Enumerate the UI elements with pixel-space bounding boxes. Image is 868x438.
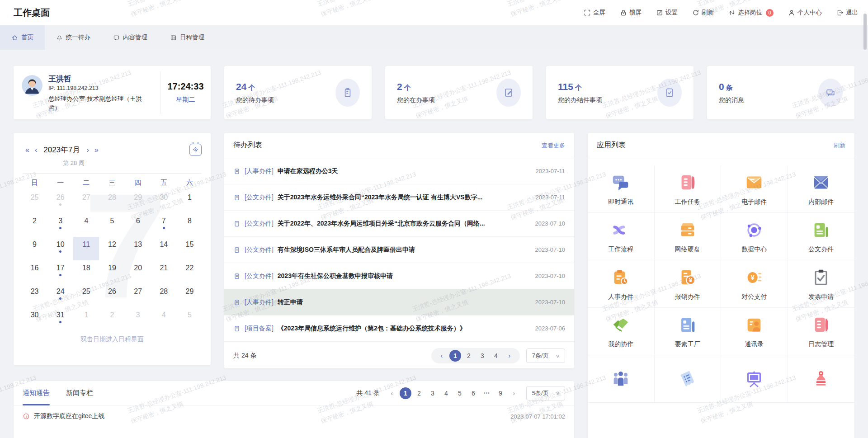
header-action-select-post[interactable]: 选择岗位0 <box>728 9 774 17</box>
pager-ellipsis[interactable]: ••• <box>481 387 493 399</box>
calendar-day[interactable]: 1 <box>177 190 203 213</box>
calendar-day[interactable]: 8 <box>177 213 203 237</box>
calendar-day[interactable]: 23 <box>22 284 47 307</box>
calendar-day[interactable]: 11 <box>73 237 99 260</box>
calendar-day[interactable]: 5 <box>99 213 125 237</box>
calendar-day[interactable]: 4 <box>151 307 177 331</box>
app-报销办件[interactable]: ¥ 报销办件 <box>655 260 722 308</box>
calendar-day[interactable]: 30 <box>151 190 177 213</box>
pager-page-2[interactable]: 2 <box>463 350 475 362</box>
calendar-day[interactable]: 4 <box>73 213 99 237</box>
calendar-day[interactable]: 2 <box>99 307 125 331</box>
pager-page-1[interactable]: 1 <box>400 387 411 399</box>
pager-prev-button[interactable]: ‹ <box>386 387 398 399</box>
app-日志管理[interactable]: 日志管理 <box>788 308 855 355</box>
app-工作流程[interactable]: 工作流程 <box>588 213 655 260</box>
pager-page-4[interactable]: 4 <box>440 387 452 399</box>
tab-news[interactable]: 新闻专栏 <box>66 381 93 405</box>
todo-item[interactable]: [人事办件] 申请在家远程办公3天 2023-07-11 <box>224 158 574 184</box>
tab-unified-todo[interactable]: 统一待办 <box>45 25 102 50</box>
pager-page-6[interactable]: 6 <box>467 387 479 399</box>
calendar-day[interactable]: 9 <box>22 237 47 260</box>
tab-notice[interactable]: 通知通告 <box>23 381 50 405</box>
avatar[interactable] <box>22 75 42 96</box>
stat-card-2[interactable]: 115个 您的办结件事项 <box>546 66 693 119</box>
stat-card-3[interactable]: 0条 您的消息 <box>707 66 854 119</box>
app-即时通讯[interactable]: 即时通讯 <box>588 165 655 213</box>
pager-page-9[interactable]: 9 <box>495 387 506 399</box>
calendar-day[interactable]: 29 <box>125 190 151 213</box>
calendar-prev-month-button[interactable]: ‹ <box>32 146 40 154</box>
apps-refresh-link[interactable]: 刷新 <box>834 141 845 150</box>
app-对公支付[interactable]: ¥ 对公支付 <box>721 260 788 308</box>
app-要素工厂[interactable]: 要素工厂 <box>655 308 722 355</box>
calendar-day[interactable]: 19 <box>99 260 125 284</box>
pager-page-3[interactable]: 3 <box>476 350 488 362</box>
pager-page-2[interactable]: 2 <box>413 387 425 399</box>
calendar-day[interactable]: 3 <box>47 213 73 237</box>
notice-page-size-select[interactable]: 5条/页 ∨ <box>526 386 565 400</box>
notice-item[interactable]: 开源数字底座在gitee上线 2023-07-07 17:01:02 <box>14 405 574 427</box>
app-网络硬盘[interactable]: 网络硬盘 <box>655 213 722 260</box>
app-extra[interactable] <box>655 355 722 403</box>
header-action-refresh[interactable]: 刷新 <box>692 9 714 17</box>
todo-view-more-link[interactable]: 查看更多 <box>542 141 565 150</box>
tab-content-mgmt[interactable]: 内容管理 <box>102 25 159 50</box>
calendar-day[interactable]: 26 <box>99 284 125 307</box>
calendar-today-icon[interactable]: 今 <box>189 144 202 156</box>
header-action-fullscreen[interactable]: 全屏 <box>584 9 605 17</box>
calendar-day[interactable]: 17 <box>47 260 73 284</box>
pager-prev-button[interactable]: ‹ <box>436 350 448 362</box>
app-通讯录[interactable]: 通讯录 <box>721 308 788 355</box>
calendar-day[interactable]: 31 <box>47 307 73 331</box>
calendar-day[interactable]: 28 <box>99 190 125 213</box>
header-action-profile[interactable]: 个人中心 <box>788 9 822 17</box>
calendar-day[interactable]: 18 <box>73 260 99 284</box>
app-电子邮件[interactable]: 电子邮件 <box>721 165 788 213</box>
todo-item[interactable]: [公文办件] 关于2022年、2023年水务局运维项目外采“北京市政务云服务合同… <box>224 211 574 237</box>
todo-item[interactable]: [人事办件] 转正申请 2023-07-10 <box>224 289 574 316</box>
stat-card-1[interactable]: 2个 您的在办事项 <box>385 66 533 119</box>
calendar-day[interactable]: 28 <box>151 284 177 307</box>
calendar-day[interactable]: 3 <box>125 307 151 331</box>
app-数据中心[interactable]: 数据中心 <box>721 213 788 260</box>
calendar-prev-year-button[interactable]: « <box>23 146 32 154</box>
calendar-day[interactable]: 2 <box>22 213 47 237</box>
calendar-day[interactable]: 5 <box>177 307 203 331</box>
todo-item[interactable]: [项目备案] 《2023年局信息系统运行维护（第2包：基础办公系统技术服务）》 … <box>224 316 574 342</box>
calendar-day[interactable]: 1 <box>73 307 99 331</box>
pager-next-button[interactable]: › <box>508 387 520 399</box>
calendar-day[interactable]: 29 <box>177 284 203 307</box>
tab-home[interactable]: 首页 <box>0 25 45 50</box>
calendar-day[interactable]: 12 <box>99 237 125 260</box>
app-我的协作[interactable]: 我的协作 <box>588 308 655 355</box>
calendar-day[interactable]: 20 <box>125 260 151 284</box>
pager-next-button[interactable]: › <box>504 350 515 362</box>
app-人事办件[interactable]: 人事办件 <box>588 260 655 308</box>
app-extra[interactable] <box>721 355 788 403</box>
app-extra[interactable] <box>788 355 855 403</box>
calendar-day[interactable]: 26 <box>47 190 73 213</box>
calendar-day[interactable]: 10 <box>47 237 73 260</box>
app-内部邮件[interactable]: 内部邮件 <box>788 165 855 213</box>
pager-page-5[interactable]: 5 <box>454 387 466 399</box>
app-extra[interactable] <box>588 355 655 403</box>
scrollbar-thumb[interactable] <box>863 14 867 50</box>
calendar-day[interactable]: 24 <box>47 284 73 307</box>
calendar-day[interactable]: 7 <box>151 213 177 237</box>
calendar-day[interactable]: 15 <box>177 237 203 260</box>
app-公文办件[interactable]: 公文办件 <box>788 213 855 260</box>
calendar-day[interactable]: 16 <box>22 260 47 284</box>
calendar-day[interactable]: 25 <box>73 284 99 307</box>
header-action-settings[interactable]: 设置 <box>656 9 678 17</box>
calendar-day[interactable]: 25 <box>22 190 47 213</box>
calendar-day[interactable]: 14 <box>151 237 177 260</box>
stat-card-0[interactable]: 24个 您的待办事项 <box>224 66 372 119</box>
calendar-day[interactable]: 30 <box>22 307 47 331</box>
header-action-lock-screen[interactable]: 锁屏 <box>620 9 642 17</box>
todo-item[interactable]: [公文办件] 2023年有生社保公积金基数申报审核申请 2023-07-10 <box>224 263 574 289</box>
calendar-next-year-button[interactable]: » <box>92 146 101 154</box>
calendar-day[interactable]: 13 <box>125 237 151 260</box>
calendar-day[interactable]: 22 <box>177 260 203 284</box>
tab-schedule-mgmt[interactable]: 日程管理 <box>159 25 216 50</box>
